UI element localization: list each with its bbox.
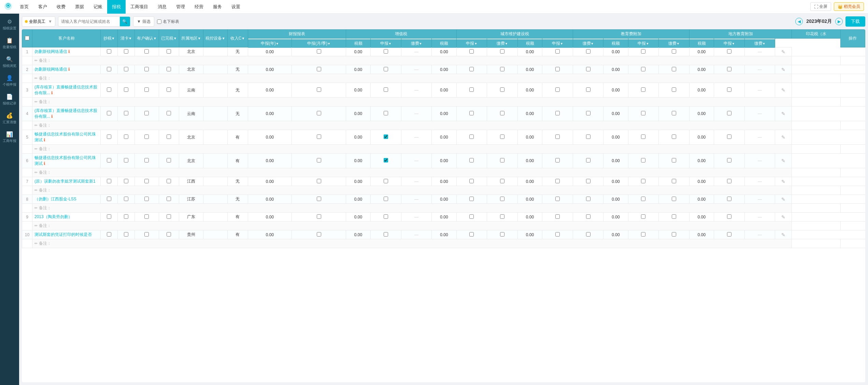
city-dec-cb-10[interactable] (469, 232, 474, 237)
stamp-dec-cb-9[interactable] (727, 214, 731, 219)
city-pay-cb-10[interactable] (500, 232, 504, 237)
select-all-checkbox[interactable] (25, 36, 29, 40)
edit-icon-5[interactable]: ✎ (781, 134, 785, 140)
confirm-cb-6[interactable] (144, 158, 149, 162)
chaoshui-cb-3[interactable] (107, 87, 111, 92)
customer-name-10[interactable]: 测试斯套的凭证打印的时候是否 (32, 230, 101, 239)
edu-dec-cb-6[interactable] (555, 158, 560, 162)
local-dec-cb-4[interactable] (641, 111, 645, 115)
edu-dec-cb-3[interactable] (555, 87, 560, 92)
customer-name-2[interactable]: 勿删新锐网络通信ℹ (32, 65, 101, 74)
yiwansui-cb-5[interactable] (167, 134, 171, 139)
yiwansui-cb-10[interactable] (167, 232, 171, 237)
edu-pay-cb-6[interactable] (586, 158, 590, 162)
edu-pay-cb-7[interactable] (586, 179, 590, 183)
local-dec-cb-3[interactable] (641, 87, 645, 92)
edit-icon-6[interactable]: ✎ (781, 158, 785, 163)
city-pay-cb-2[interactable] (500, 67, 504, 71)
sidebar-item-报税记录[interactable]: 📄 报税记录 (0, 90, 19, 108)
edu-dec-cb-5[interactable] (555, 134, 560, 139)
yiwansui-cb-3[interactable] (167, 87, 171, 92)
local-pay-cb-5[interactable] (672, 134, 676, 139)
edu-pay-cb-2[interactable] (586, 67, 590, 71)
fin-mo-cb-6[interactable] (317, 158, 321, 162)
stamp-dec-cb-3[interactable] (727, 87, 731, 92)
yiwansui-cb-6[interactable] (167, 158, 171, 162)
confirm-cb-8[interactable] (144, 197, 149, 201)
stamp-dec-cb-1[interactable] (727, 49, 731, 54)
topnav-item-工商项目[interactable]: 工商项目 (126, 0, 153, 14)
edu-dec-cb-4[interactable] (555, 111, 560, 115)
city-pay-cb-9[interactable] (500, 214, 504, 219)
chaoshui-cb-6[interactable] (107, 158, 111, 162)
local-dec-cb-6[interactable] (641, 158, 645, 162)
topnav-item-客户[interactable]: 客户 (33, 0, 52, 14)
topnav-item-票据[interactable]: 票据 (70, 0, 89, 14)
edu-pay-cb-8[interactable] (586, 197, 590, 201)
local-dec-cb-2[interactable] (641, 67, 645, 71)
local-dec-cb-9[interactable] (641, 214, 645, 219)
city-dec-cb-4[interactable] (469, 111, 474, 115)
customer-name-8[interactable]: （勿删）江西股金-LSS (32, 195, 101, 204)
sidebar-item-汇算清缴[interactable]: 💰 汇算清缴 (0, 109, 19, 127)
topnav-item-经营[interactable]: 经营 (190, 0, 208, 14)
city-dec-cb-6[interactable] (469, 158, 474, 162)
customer-name-4[interactable]: (库存核算）直播畅捷通信息技术股份有限...ℹ (32, 106, 101, 121)
data-table-wrapper[interactable]: 客户名称 抄税▼ 清卡▼ 有户确认▼ 已完税▼ 所属地区▼ 税控设备▼ 收入C▼… (22, 29, 865, 382)
local-dec-cb-7[interactable] (641, 179, 645, 183)
yiwansui-cb-4[interactable] (167, 111, 171, 115)
vat-dec-cb-2[interactable] (384, 67, 388, 71)
fin-mo-cb-7[interactable] (317, 179, 321, 183)
confirm-cb-10[interactable] (144, 232, 149, 237)
sidebar-item-批量报税[interactable]: 📋 批量报税 (0, 34, 19, 52)
qingka-cb-10[interactable] (124, 232, 128, 237)
edu-dec-cb-2[interactable] (555, 67, 560, 71)
vip-button[interactable]: 👑 稻壳会员 (834, 2, 864, 11)
stamp-dec-cb-8[interactable] (727, 197, 731, 201)
topnav-item-首页[interactable]: 首页 (15, 0, 33, 14)
edit-icon-4[interactable]: ✎ (781, 111, 785, 116)
sidebar-item-工商年报[interactable]: 📊 工商年报 (0, 128, 19, 146)
vat-dec-cb-5[interactable] (384, 134, 388, 139)
edit-icon-3[interactable]: ✎ (781, 87, 785, 93)
vat-dec-cb-7[interactable] (384, 179, 388, 183)
local-pay-cb-8[interactable] (672, 197, 676, 201)
vat-dec-cb-8[interactable] (384, 197, 388, 201)
local-pay-cb-9[interactable] (672, 214, 676, 219)
name-tag-checkbox[interactable] (157, 19, 161, 24)
search-input[interactable] (58, 19, 120, 24)
city-pay-cb-4[interactable] (500, 111, 504, 115)
vat-dec-cb-1[interactable] (384, 49, 388, 54)
confirm-cb-5[interactable] (144, 134, 149, 139)
edu-dec-cb-8[interactable] (555, 197, 560, 201)
city-pay-cb-5[interactable] (500, 134, 504, 139)
city-dec-cb-7[interactable] (469, 179, 474, 183)
city-pay-cb-8[interactable] (500, 197, 504, 201)
topnav-item-设置[interactable]: 设置 (227, 0, 245, 14)
chaoshui-cb-4[interactable] (107, 111, 111, 115)
local-dec-cb-5[interactable] (641, 134, 645, 139)
city-dec-cb-3[interactable] (469, 87, 474, 92)
yiwansui-cb-8[interactable] (167, 197, 171, 201)
edu-dec-cb-1[interactable] (555, 49, 560, 54)
edu-pay-cb-4[interactable] (586, 111, 590, 115)
qingka-cb-8[interactable] (124, 197, 128, 201)
edu-pay-cb-5[interactable] (586, 134, 590, 139)
confirm-cb-2[interactable] (144, 67, 149, 71)
sidebar-item-报税浏览[interactable]: 🔍 报税浏览 (0, 53, 19, 71)
qingka-cb-9[interactable] (124, 214, 128, 219)
fin-mo-cb-8[interactable] (317, 197, 321, 201)
qingka-cb-2[interactable] (124, 67, 128, 71)
topnav-item-报税[interactable]: 报税 (107, 0, 126, 14)
local-pay-cb-6[interactable] (672, 158, 676, 162)
local-pay-cb-10[interactable] (672, 232, 676, 237)
sidebar-item-个税申报[interactable]: 👤 个税申报 (0, 71, 19, 89)
customer-name-5[interactable]: 畅捷通信息技术股份有限公司民珠测试ℹ (32, 130, 101, 145)
qingka-cb-1[interactable] (124, 49, 128, 54)
city-pay-cb-7[interactable] (500, 179, 504, 183)
fin-mo-cb-3[interactable] (317, 87, 321, 92)
employee-filter[interactable]: 全部员工 ▼ (22, 16, 55, 27)
confirm-cb-4[interactable] (144, 111, 149, 115)
city-dec-cb-5[interactable] (469, 134, 474, 139)
fullscreen-button[interactable]: ⛶ 全屏 (810, 2, 831, 11)
